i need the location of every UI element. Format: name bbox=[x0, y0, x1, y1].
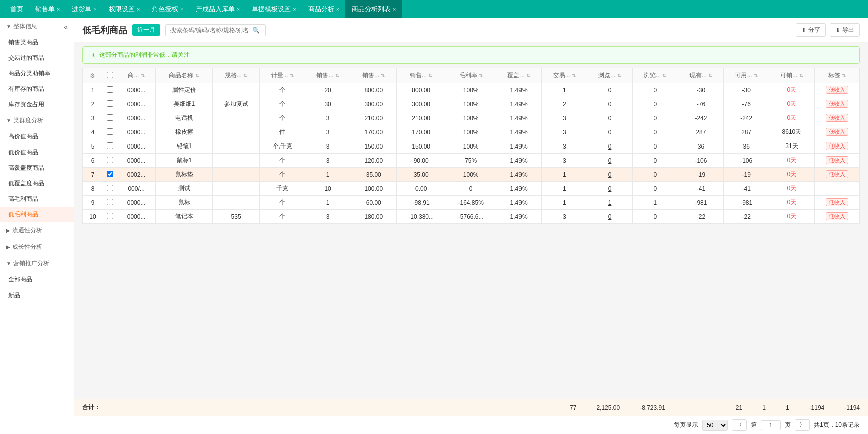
col-coverage[interactable]: 覆盖... ⇅ bbox=[496, 68, 542, 83]
col-name[interactable]: 商品名称 ⇅ bbox=[156, 68, 212, 83]
next-page-button[interactable]: 〉 bbox=[795, 419, 810, 431]
sort-icon[interactable]: ⇅ bbox=[290, 73, 294, 78]
sidebar-item-sales-products[interactable]: 销售类商品 bbox=[0, 35, 74, 50]
sort-icon[interactable]: ⇅ bbox=[842, 73, 846, 78]
close-icon[interactable]: × bbox=[137, 6, 140, 12]
sidebar-item-high-profit[interactable]: 高毛利商品 bbox=[0, 191, 74, 207]
sort-icon[interactable]: ⇅ bbox=[799, 73, 803, 78]
sidebar-collapse-btn[interactable]: « bbox=[64, 23, 68, 31]
sidebar-item-high-value[interactable]: 高价值商品 bbox=[0, 129, 74, 144]
row-view1[interactable]: 0 bbox=[587, 97, 633, 111]
col-sale-amt[interactable]: 销售... ⇅ bbox=[351, 68, 396, 83]
nav-template[interactable]: 单据模板设置 × bbox=[246, 0, 302, 18]
sort-icon[interactable]: ⇅ bbox=[381, 73, 385, 78]
row-checkbox[interactable] bbox=[103, 168, 117, 182]
sidebar-item-category-assist[interactable]: 商品分类助销率 bbox=[0, 66, 74, 81]
close-icon[interactable]: × bbox=[57, 6, 60, 12]
row-checkbox[interactable] bbox=[103, 125, 117, 139]
col-settings[interactable]: ⚙ bbox=[83, 68, 103, 83]
sidebar-item-low-profit[interactable]: 低毛利商品 bbox=[0, 207, 74, 222]
filter-button[interactable]: 近一月 bbox=[132, 24, 160, 36]
share-button[interactable]: ⬆ 分享 bbox=[796, 23, 826, 37]
col-current[interactable]: 现有... ⇅ bbox=[678, 68, 724, 83]
select-all-checkbox[interactable] bbox=[107, 72, 113, 78]
col-sale-qty[interactable]: 销售... ⇅ bbox=[305, 68, 351, 83]
row-view1[interactable]: 1 bbox=[587, 196, 633, 210]
row-checkbox[interactable] bbox=[103, 154, 117, 168]
page-number-input[interactable] bbox=[761, 420, 781, 430]
nav-roles[interactable]: 角色授权 × bbox=[146, 0, 189, 18]
export-button[interactable]: ⬇ 导出 bbox=[830, 23, 860, 37]
sort-icon[interactable]: ⇅ bbox=[572, 73, 576, 78]
sidebar-item-high-coverage[interactable]: 高覆盖度商品 bbox=[0, 160, 74, 176]
row-checkbox[interactable] bbox=[103, 83, 117, 97]
close-icon[interactable]: × bbox=[93, 6, 96, 12]
close-icon[interactable]: × bbox=[336, 6, 339, 12]
row-checkbox[interactable] bbox=[103, 210, 117, 224]
sort-icon[interactable]: ⇅ bbox=[141, 73, 145, 78]
settings-icon[interactable]: ⚙ bbox=[90, 72, 95, 79]
sidebar-group-title-cluster[interactable]: ▼ 类群度分析 bbox=[0, 112, 74, 129]
nav-product-analysis-list[interactable]: 商品分析列表 × bbox=[345, 0, 402, 18]
col-tag[interactable]: 标签 ⇅ bbox=[814, 68, 859, 83]
nav-permissions[interactable]: 权限设置 × bbox=[103, 0, 146, 18]
close-icon[interactable]: × bbox=[237, 6, 240, 12]
row-checkbox[interactable] bbox=[103, 111, 117, 125]
row-view1[interactable]: 0 bbox=[587, 168, 633, 182]
row-view1[interactable]: 0 bbox=[587, 210, 633, 224]
nav-purchase[interactable]: 进货单 × bbox=[66, 0, 102, 18]
nav-product-entry[interactable]: 产成品入库单 × bbox=[190, 0, 246, 18]
nav-sales[interactable]: 销售单 × bbox=[29, 0, 66, 18]
sidebar-group-title-growth[interactable]: ▶ 成长性分析 bbox=[0, 239, 74, 255]
row-checkbox[interactable] bbox=[103, 97, 117, 111]
col-available[interactable]: 可用... ⇅ bbox=[724, 68, 769, 83]
sort-icon[interactable]: ⇅ bbox=[662, 73, 666, 78]
sort-icon[interactable]: ⇅ bbox=[243, 73, 247, 78]
sort-icon[interactable]: ⇅ bbox=[617, 73, 621, 78]
row-view1[interactable]: 0 bbox=[587, 139, 633, 154]
sidebar-group-title-marketing[interactable]: ▼ 营销推广分析 bbox=[0, 255, 74, 272]
close-icon[interactable]: × bbox=[180, 6, 183, 12]
col-saleable[interactable]: 可销... ⇅ bbox=[769, 68, 815, 83]
search-input[interactable] bbox=[170, 27, 250, 34]
row-view1[interactable]: 0 bbox=[587, 154, 633, 168]
nav-product-analysis[interactable]: 商品分析 × bbox=[302, 0, 345, 18]
sidebar-item-in-stock[interactable]: 有库存的商品 bbox=[0, 81, 74, 97]
col-profit-rate[interactable]: 毛利率 ⇅ bbox=[446, 68, 496, 83]
row-checkbox[interactable] bbox=[103, 182, 117, 196]
row-view1[interactable]: 0 bbox=[587, 125, 633, 139]
sort-icon[interactable]: ⇅ bbox=[335, 73, 339, 78]
sidebar-item-low-value[interactable]: 低价值商品 bbox=[0, 144, 74, 160]
col-unit[interactable]: 计量... ⇅ bbox=[260, 68, 305, 83]
row-view1[interactable]: 0 bbox=[587, 83, 633, 97]
sidebar-item-all-products[interactable]: 全部商品 bbox=[0, 272, 74, 287]
row-checkbox[interactable] bbox=[103, 139, 117, 154]
prev-page-button[interactable]: 〈 bbox=[732, 419, 747, 431]
col-sale-profit[interactable]: 销售... ⇅ bbox=[396, 68, 446, 83]
sidebar-item-capital[interactable]: 库存资金占用 bbox=[0, 97, 74, 112]
sidebar-item-traded[interactable]: 交易过的商品 bbox=[0, 50, 74, 66]
sidebar-group-title-overall[interactable]: ▼ 整体信息 « bbox=[0, 18, 74, 35]
close-icon[interactable]: × bbox=[293, 6, 296, 12]
col-trade[interactable]: 交易... ⇅ bbox=[542, 68, 587, 83]
sort-icon[interactable]: ⇅ bbox=[754, 73, 758, 78]
sort-icon[interactable]: ⇅ bbox=[708, 73, 712, 78]
col-view2[interactable]: 浏览... ⇅ bbox=[632, 68, 678, 83]
search-icon[interactable]: 🔍 bbox=[252, 27, 260, 34]
sort-icon[interactable]: ⇅ bbox=[526, 73, 530, 78]
sidebar-item-new-products[interactable]: 新品 bbox=[0, 287, 74, 303]
row-checkbox[interactable] bbox=[103, 196, 117, 210]
per-page-select[interactable]: 50 100 200 bbox=[702, 420, 728, 431]
nav-home[interactable]: 首页 bbox=[4, 0, 29, 18]
col-spec[interactable]: 规格... ⇅ bbox=[212, 68, 260, 83]
col-code[interactable]: 商... ⇅ bbox=[117, 68, 155, 83]
close-icon[interactable]: × bbox=[393, 6, 396, 12]
row-view1[interactable]: 0 bbox=[587, 182, 633, 196]
sidebar-group-title-flow[interactable]: ▶ 流通性分析 bbox=[0, 222, 74, 239]
sort-icon[interactable]: ⇅ bbox=[195, 73, 199, 78]
sort-icon[interactable]: ⇅ bbox=[428, 73, 432, 78]
sidebar-item-low-coverage[interactable]: 低覆盖度商品 bbox=[0, 176, 74, 191]
col-view1[interactable]: 浏览... ⇅ bbox=[587, 68, 633, 83]
sort-icon[interactable]: ⇅ bbox=[479, 73, 483, 78]
row-view1[interactable]: 0 bbox=[587, 111, 633, 125]
